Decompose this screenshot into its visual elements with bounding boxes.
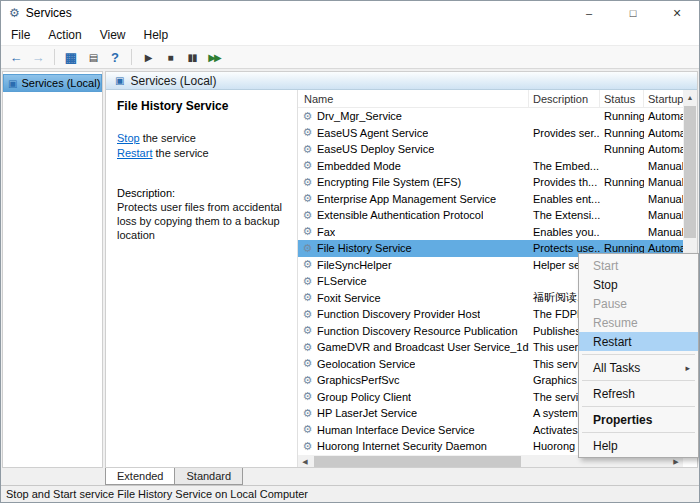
context-menu-item: Pause ▸ [579, 294, 698, 313]
menubar-item[interactable]: View [91, 28, 135, 42]
service-name-cell: ⚙ Fax [298, 225, 529, 238]
service-gear-icon: ⚙ [301, 209, 314, 222]
tree-item-services-local[interactable]: ▣ Services (Local) [3, 74, 102, 92]
service-name: Geolocation Service [317, 358, 415, 370]
table-row[interactable]: ⚙ Encrypting File System (EFS) Provides … [298, 174, 683, 191]
service-action-link[interactable]: Stop [117, 132, 140, 144]
close-button[interactable]: × [655, 1, 699, 25]
service-startup: Manual [644, 160, 683, 172]
service-name-cell: ⚙ Human Interface Device Service [298, 423, 529, 436]
forward-button[interactable]: → [27, 47, 49, 67]
service-name: FileSyncHelper [317, 259, 392, 271]
menubar-item[interactable]: Help [135, 28, 178, 42]
menu-item-label: Resume [593, 316, 638, 330]
service-gear-icon: ⚙ [301, 357, 314, 370]
table-row[interactable]: ⚙ Extensible Authentication Protocol The… [298, 207, 683, 224]
service-name: Extensible Authentication Protocol [317, 209, 483, 221]
scroll-left-icon[interactable]: ◀ [298, 455, 312, 468]
service-gear-icon: ⚙ [301, 324, 314, 337]
service-gear-icon: ⚙ [301, 159, 314, 172]
table-row[interactable]: ⚙ Enterprise App Management Service Enab… [298, 191, 683, 208]
service-name: Drv_Mgr_Service [317, 110, 402, 122]
table-row[interactable]: ⚙ Fax Enables you... Manual [298, 224, 683, 241]
service-name-cell: ⚙ Geolocation Service [298, 357, 529, 370]
menubar-item[interactable]: File [2, 28, 39, 42]
service-startup: Automatic [644, 110, 683, 122]
minimize-button[interactable]: – [567, 1, 611, 25]
context-menu-item[interactable]: Refresh ▸ [579, 384, 698, 403]
service-name: EaseUS Deploy Service [317, 143, 434, 155]
context-menu-item[interactable]: Stop ▸ [579, 275, 698, 294]
service-description: The Extensi... [529, 209, 600, 221]
service-name: Function Discovery Resource Publication [317, 325, 518, 337]
services-window: ⚙ Services – □ × File Action View Help ←… [0, 0, 700, 503]
service-name-cell: ⚙ FileSyncHelper [298, 258, 529, 271]
service-name-cell: ⚙ Group Policy Client [298, 390, 529, 403]
service-gear-icon: ⚙ [301, 390, 314, 403]
selected-service-title: File History Service [117, 99, 286, 113]
restart-service-button[interactable]: ▶▶ [203, 47, 225, 67]
service-gear-icon: ⚙ [301, 308, 314, 321]
service-name-cell: ⚙ EaseUS Deploy Service [298, 143, 529, 156]
show-console-tree-button[interactable]: ▦ [60, 47, 82, 67]
maximize-button[interactable]: □ [611, 1, 655, 25]
column-header[interactable]: Description [529, 90, 600, 107]
service-action-suffix: the service [140, 132, 196, 144]
table-row[interactable]: ⚙ EaseUS Agent Service Provides ser... R… [298, 125, 683, 142]
titlebar: ⚙ Services – □ × [1, 1, 699, 25]
service-gear-icon: ⚙ [301, 192, 314, 205]
back-button[interactable]: ← [5, 47, 27, 67]
service-startup: Manual [644, 226, 683, 238]
service-name: File History Service [317, 242, 412, 254]
context-menu-item: ▸ [579, 377, 698, 384]
service-name-cell: ⚙ Enterprise App Management Service [298, 192, 529, 205]
service-gear-icon: ⚙ [301, 143, 314, 156]
service-gear-icon: ⚙ [301, 242, 314, 255]
service-name-cell: ⚙ Function Discovery Resource Publicatio… [298, 324, 529, 337]
service-name-cell: ⚙ Drv_Mgr_Service [298, 110, 529, 123]
table-row[interactable]: ⚙ Drv_Mgr_Service Running Automatic [298, 108, 683, 125]
column-headers: Name Description Status Startup [298, 90, 683, 108]
service-gear-icon: ⚙ [301, 258, 314, 271]
service-name: Huorong Internet Security Daemon [317, 440, 487, 452]
service-name-cell: ⚙ File History Service [298, 242, 529, 255]
service-gear-icon: ⚙ [301, 291, 314, 304]
service-gear-icon: ⚙ [301, 440, 314, 453]
context-menu-item: ▸ [579, 403, 698, 410]
service-action-line: Restart the service [117, 146, 286, 161]
panel-node-icon: ▣ [115, 75, 124, 86]
export-list-button[interactable]: ▤ [82, 47, 104, 67]
toolbar: ← → ▦ ▤ ? ▶ ■ ▮▮ ▶▶ [1, 45, 699, 69]
service-description: Enables ent... [529, 193, 600, 205]
start-service-button[interactable]: ▶ [137, 47, 159, 67]
vertical-scroll-thumb[interactable] [684, 106, 696, 238]
help-button[interactable]: ? [104, 47, 126, 67]
context-menu-item[interactable]: Properties ▸ [579, 410, 698, 429]
context-menu-item[interactable]: Restart ▸ [579, 332, 698, 351]
service-startup: Automatic [644, 127, 683, 139]
panel-title: Services (Local) [130, 74, 216, 88]
service-gear-icon: ⚙ [301, 423, 314, 436]
context-menu-item[interactable]: Help ▸ [579, 436, 698, 455]
panel-header: ▣ Services (Local) [106, 72, 697, 90]
menubar-item[interactable]: Action [39, 28, 90, 42]
context-menu-item[interactable]: All Tasks ▸ [579, 358, 698, 377]
view-tab[interactable]: Standard [174, 468, 243, 485]
service-gear-icon: ⚙ [301, 374, 314, 387]
scroll-up-icon[interactable]: ▲ [683, 90, 697, 104]
pause-service-button[interactable]: ▮▮ [181, 47, 203, 67]
column-header[interactable]: Name [298, 90, 529, 107]
table-row[interactable]: ⚙ Embedded Mode The Embed... Manual [298, 158, 683, 175]
column-header[interactable]: Status [600, 90, 644, 107]
menu-item-label: Refresh [593, 387, 635, 401]
view-tab[interactable]: Extended [105, 468, 175, 485]
service-description: Enables you... [529, 226, 600, 238]
menu-item-label: Pause [593, 297, 627, 311]
horizontal-scroll-thumb[interactable] [314, 456, 521, 468]
context-menu-item: ▸ [579, 351, 698, 358]
table-row[interactable]: ⚙ EaseUS Deploy Service Running Automati… [298, 141, 683, 158]
service-action-link[interactable]: Restart [117, 147, 152, 159]
service-name: Enterprise App Management Service [317, 193, 496, 205]
column-header[interactable]: Startup [644, 90, 683, 107]
stop-service-button[interactable]: ■ [159, 47, 181, 67]
